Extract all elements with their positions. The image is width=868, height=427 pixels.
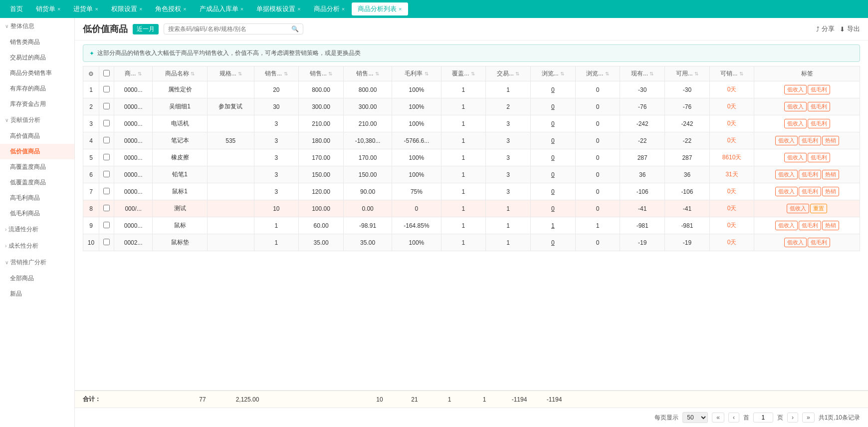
browse-link[interactable]: 0 xyxy=(551,188,555,195)
cell-browse1[interactable]: 0 xyxy=(530,115,575,132)
row-checkbox[interactable] xyxy=(103,205,110,211)
sidebar-item-low-coverage[interactable]: 低覆盖度商品 xyxy=(0,175,74,190)
row-checkbox[interactable] xyxy=(103,120,110,126)
th-stock1[interactable]: 现有... ⇅ xyxy=(620,66,665,81)
cell-browse1[interactable]: 0 xyxy=(530,98,575,115)
share-button[interactable]: ⤴ 分享 xyxy=(816,24,835,33)
th-browse2[interactable]: 浏览... ⇅ xyxy=(575,66,620,81)
next-page-button[interactable]: › xyxy=(787,413,798,423)
nav-close-inbound[interactable]: × xyxy=(240,6,243,12)
browse-link[interactable]: 0 xyxy=(551,171,555,178)
cell-checkbox[interactable] xyxy=(99,115,114,132)
nav-close-roles[interactable]: × xyxy=(183,6,186,12)
th-name[interactable]: 商品名称 ⇅ xyxy=(153,66,208,81)
cell-checkbox[interactable] xyxy=(99,81,114,98)
select-all-checkbox[interactable] xyxy=(103,70,110,76)
th-browse1[interactable]: 浏览... ⇅ xyxy=(530,66,575,81)
prev-page-button[interactable]: ‹ xyxy=(728,413,739,423)
sidebar-item-stocked-goods[interactable]: 有库存的商品 xyxy=(0,81,74,96)
browse-link[interactable]: 0 xyxy=(551,154,555,161)
sidebar-group-overview[interactable]: ∨ 整体信息 xyxy=(0,18,74,34)
th-checkbox[interactable] xyxy=(99,66,114,81)
row-checkbox[interactable] xyxy=(103,154,110,160)
sidebar-group-marketing[interactable]: ∨ 营销推广分析 xyxy=(0,254,74,271)
sidebar-item-high-value[interactable]: 高价值商品 xyxy=(0,128,74,144)
cell-checkbox[interactable] xyxy=(99,132,114,149)
th-code[interactable]: 商... ⇅ xyxy=(114,66,153,81)
row-checkbox[interactable] xyxy=(103,103,110,109)
cell-browse1[interactable]: 0 xyxy=(530,81,575,98)
cell-checkbox[interactable] xyxy=(99,217,114,234)
nav-roles[interactable]: 角色授权 × xyxy=(149,2,192,15)
th-settings[interactable]: ⚙ xyxy=(83,66,99,81)
cell-browse1[interactable]: 0 xyxy=(530,183,575,200)
browse-link[interactable]: 0 xyxy=(551,239,555,246)
row-checkbox[interactable] xyxy=(103,171,110,177)
cell-browse1[interactable]: 0 xyxy=(530,234,575,251)
row-checkbox[interactable] xyxy=(103,239,110,245)
sidebar-group-circulation[interactable]: › 流通性分析 xyxy=(0,221,74,238)
th-stock2[interactable]: 可用... ⇅ xyxy=(665,66,710,81)
browse-link[interactable]: 1 xyxy=(551,222,555,229)
nav-permissions[interactable]: 权限设置 × xyxy=(105,2,148,15)
cell-checkbox[interactable] xyxy=(99,98,114,115)
cell-checkbox[interactable] xyxy=(99,166,114,183)
browse-link[interactable]: 0 xyxy=(551,86,555,93)
cell-browse1[interactable]: 0 xyxy=(530,132,575,149)
sidebar-item-high-margin[interactable]: 高毛利商品 xyxy=(0,190,74,206)
cell-browse1[interactable]: 1 xyxy=(530,217,575,234)
nav-template[interactable]: 单据模板设置 × xyxy=(250,2,306,15)
nav-sales-order[interactable]: 销货单 × xyxy=(30,2,66,15)
sidebar-group-contribution[interactable]: ∨ 贡献值分析 xyxy=(0,112,74,128)
search-box[interactable]: 🔍 xyxy=(164,23,303,34)
th-qty[interactable]: 销售... ⇅ xyxy=(254,66,299,81)
sidebar-item-sales-goods[interactable]: 销售类商品 xyxy=(0,34,74,50)
cell-browse1[interactable]: 0 xyxy=(530,166,575,183)
search-input[interactable] xyxy=(168,25,288,32)
sidebar-item-stock-capital[interactable]: 库存资金占用 xyxy=(0,96,74,112)
sidebar-item-high-coverage[interactable]: 高覆盖度商品 xyxy=(0,159,74,175)
browse-link[interactable]: 0 xyxy=(551,120,555,127)
current-page-input[interactable] xyxy=(753,413,773,423)
sidebar-item-all-goods[interactable]: 全部商品 xyxy=(0,271,74,286)
th-sales2[interactable]: 销售... ⇅ xyxy=(343,66,392,81)
cell-browse1[interactable]: 0 xyxy=(530,200,575,217)
browse-link[interactable]: 0 xyxy=(551,205,555,212)
browse-link[interactable]: 0 xyxy=(551,103,555,110)
nav-close-permissions[interactable]: × xyxy=(139,6,142,12)
nav-product-analysis[interactable]: 商品分析 × xyxy=(308,2,351,15)
search-icon[interactable]: 🔍 xyxy=(291,25,299,32)
nav-close-template[interactable]: × xyxy=(297,6,300,12)
th-spec[interactable]: 规格... ⇅ xyxy=(208,66,254,81)
export-button[interactable]: ⬇ 导出 xyxy=(840,24,860,33)
nav-close-purchase[interactable]: × xyxy=(95,6,98,12)
cell-browse1[interactable]: 0 xyxy=(530,149,575,166)
th-cover[interactable]: 覆盖... ⇅ xyxy=(441,66,486,81)
cell-checkbox[interactable] xyxy=(99,149,114,166)
nav-close-list[interactable]: × xyxy=(399,6,402,12)
row-checkbox[interactable] xyxy=(103,86,110,92)
nav-inbound[interactable]: 产成品入库单 × xyxy=(194,2,249,15)
th-trade[interactable]: 交易... ⇅ xyxy=(486,66,531,81)
sidebar-item-low-margin[interactable]: 低毛利商品 xyxy=(0,206,74,221)
row-checkbox[interactable] xyxy=(103,137,110,143)
sidebar-item-traded-goods[interactable]: 交易过的商品 xyxy=(0,50,74,65)
nav-purchase-order[interactable]: 进货单 × xyxy=(67,2,104,15)
th-stock3[interactable]: 可销... ⇅ xyxy=(709,66,754,81)
cell-checkbox[interactable] xyxy=(99,183,114,200)
page-size-select[interactable]: 50 100 200 xyxy=(682,412,708,423)
time-badge[interactable]: 近一月 xyxy=(133,24,159,34)
nav-product-analysis-list[interactable]: 商品分析列表 × xyxy=(352,2,408,15)
nav-close-sales-order[interactable]: × xyxy=(57,6,60,12)
sidebar-item-category-rate[interactable]: 商品分类销售率 xyxy=(0,65,74,81)
browse-link[interactable]: 0 xyxy=(551,137,555,144)
cell-checkbox[interactable] xyxy=(99,200,114,217)
row-checkbox[interactable] xyxy=(103,222,110,228)
cell-checkbox[interactable] xyxy=(99,234,114,251)
sidebar-item-new-goods[interactable]: 新品 xyxy=(0,286,74,302)
th-profit[interactable]: 毛利率 ⇅ xyxy=(392,66,441,81)
row-checkbox[interactable] xyxy=(103,188,110,194)
last-page-button[interactable]: » xyxy=(802,413,815,423)
nav-close-product-analysis[interactable]: × xyxy=(342,6,345,12)
sidebar-item-low-value[interactable]: 低价值商品 xyxy=(0,144,74,159)
